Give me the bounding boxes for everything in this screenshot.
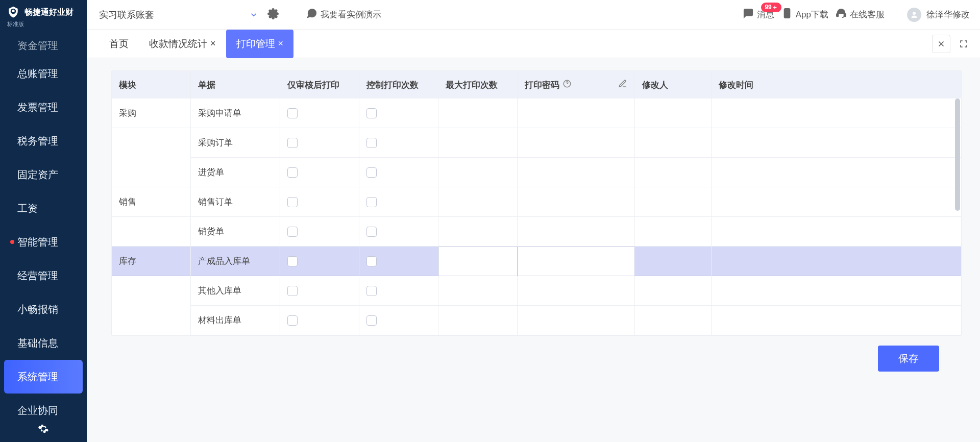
user-menu[interactable]: 徐泽华修改	[901, 8, 970, 22]
cell-approve	[280, 247, 359, 276]
cell-doc: 进货单	[191, 158, 280, 187]
cell-max[interactable]	[438, 276, 518, 306]
cell-password[interactable]	[518, 247, 635, 276]
sidebar-item-system[interactable]: 系统管理	[4, 360, 83, 394]
sidebar-item-funds[interactable]: 资金管理	[4, 34, 83, 57]
checkbox[interactable]	[287, 138, 298, 148]
cell-editor	[635, 276, 712, 306]
cell-password[interactable]	[518, 158, 635, 187]
sidebar-item-collab[interactable]: 企业协同	[4, 394, 83, 418]
cell-time	[712, 158, 961, 187]
table-row[interactable]: 采购采购申请单	[112, 99, 961, 128]
support-button[interactable]: 在线客服	[836, 8, 885, 21]
sidebar-item-label: 智能管理	[17, 235, 58, 249]
sidebar-item-operations[interactable]: 经营管理	[4, 259, 83, 292]
cell-module: 销售	[112, 187, 191, 217]
checkbox[interactable]	[366, 167, 377, 178]
cell-approve	[280, 187, 359, 217]
sidebar-item-basic[interactable]: 基础信息	[4, 326, 83, 360]
cell-time	[712, 247, 961, 276]
settings-icon[interactable]	[267, 8, 279, 21]
checkbox[interactable]	[287, 286, 298, 296]
col-max: 最大打印次数	[438, 71, 518, 99]
checkbox[interactable]	[287, 315, 298, 326]
sidebar-item-assets[interactable]: 固定资产	[4, 158, 83, 191]
cell-module	[112, 276, 191, 306]
checkbox[interactable]	[366, 315, 377, 326]
close-all-tabs-button[interactable]	[932, 35, 950, 53]
col-doc: 单据	[191, 71, 280, 99]
cell-max[interactable]	[438, 158, 518, 187]
cell-doc: 采购订单	[191, 128, 280, 158]
table-row[interactable]: 销售销售订单	[112, 187, 961, 217]
checkbox[interactable]	[366, 286, 377, 296]
brand-icon	[6, 5, 20, 19]
footer: 保存	[111, 336, 962, 381]
settings-button[interactable]	[0, 418, 87, 442]
app-download-button[interactable]: App下载	[781, 8, 828, 21]
sidebar-item-tax[interactable]: 税务管理	[4, 124, 83, 158]
checkbox[interactable]	[287, 167, 298, 178]
cell-max[interactable]	[438, 187, 518, 217]
sidebar-item-label: 税务管理	[17, 134, 58, 148]
table-row[interactable]: 材料出库单	[112, 306, 961, 335]
checkbox[interactable]	[366, 227, 377, 237]
cell-password[interactable]	[518, 276, 635, 306]
checkbox[interactable]	[366, 197, 377, 207]
cell-password[interactable]	[518, 187, 635, 217]
table-row[interactable]: 销货单	[112, 217, 961, 247]
support-label: 在线客服	[850, 9, 885, 20]
cell-module	[112, 158, 191, 187]
sidebar-item-payroll[interactable]: 工资	[4, 191, 83, 225]
cell-limit	[359, 128, 438, 158]
table-row[interactable]: 库存产成品入库单	[112, 247, 961, 276]
col-password: 打印密码	[518, 71, 635, 99]
cell-password[interactable]	[518, 217, 635, 247]
checkbox[interactable]	[366, 256, 377, 266]
checkbox[interactable]	[366, 138, 377, 148]
checkbox[interactable]	[287, 108, 298, 118]
table-row[interactable]: 进货单	[112, 158, 961, 187]
cell-time	[712, 187, 961, 217]
cell-approve	[280, 158, 359, 187]
cell-time	[712, 217, 961, 247]
table-row[interactable]: 其他入库单	[112, 276, 961, 306]
sidebar-item-invoice[interactable]: 发票管理	[4, 90, 83, 124]
checkbox[interactable]	[287, 256, 298, 266]
cell-max[interactable]	[438, 306, 518, 335]
cell-approve	[280, 276, 359, 306]
edit-icon[interactable]	[618, 79, 627, 91]
messages-button[interactable]: 消息 99＋	[743, 8, 774, 21]
sidebar-item-ledger[interactable]: 总账管理	[4, 57, 83, 90]
cell-max[interactable]	[438, 99, 518, 128]
tab-receipt-stats[interactable]: 收款情况统计×	[139, 30, 226, 58]
checkbox[interactable]	[287, 227, 298, 237]
fullscreen-button[interactable]	[954, 35, 973, 53]
close-icon[interactable]: ×	[210, 38, 216, 49]
scrollbar[interactable]	[955, 99, 960, 211]
checkbox[interactable]	[287, 197, 298, 207]
cell-password[interactable]	[518, 128, 635, 158]
cell-doc: 产成品入库单	[191, 247, 280, 276]
help-icon[interactable]	[562, 79, 572, 91]
cell-doc: 销货单	[191, 217, 280, 247]
sidebar-item-smart[interactable]: 智能管理	[4, 225, 83, 259]
cell-max[interactable]	[438, 128, 518, 158]
demo-link[interactable]: 我要看实例演示	[306, 8, 381, 21]
account-selector[interactable]: 实习联系账套	[97, 6, 260, 24]
col-time: 修改时间	[712, 71, 961, 99]
close-icon[interactable]: ×	[278, 38, 284, 49]
sidebar-item-expense[interactable]: 小畅报销	[4, 292, 83, 326]
cell-password[interactable]	[518, 99, 635, 128]
table-row[interactable]: 采购订单	[112, 128, 961, 158]
cell-doc: 采购申请单	[191, 99, 280, 128]
cell-password[interactable]	[518, 306, 635, 335]
cell-max[interactable]	[438, 217, 518, 247]
content: 模块 单据 仅审核后打印 控制打印次数 最大打印次数 打印密码 修改人 修改时间…	[87, 58, 980, 442]
tab-home[interactable]: 首页	[99, 30, 139, 58]
checkbox[interactable]	[366, 108, 377, 118]
save-button[interactable]: 保存	[878, 346, 939, 372]
tab-label: 打印管理	[236, 37, 275, 51]
cell-max[interactable]	[438, 247, 518, 276]
tab-print-mgmt[interactable]: 打印管理×	[226, 30, 294, 58]
